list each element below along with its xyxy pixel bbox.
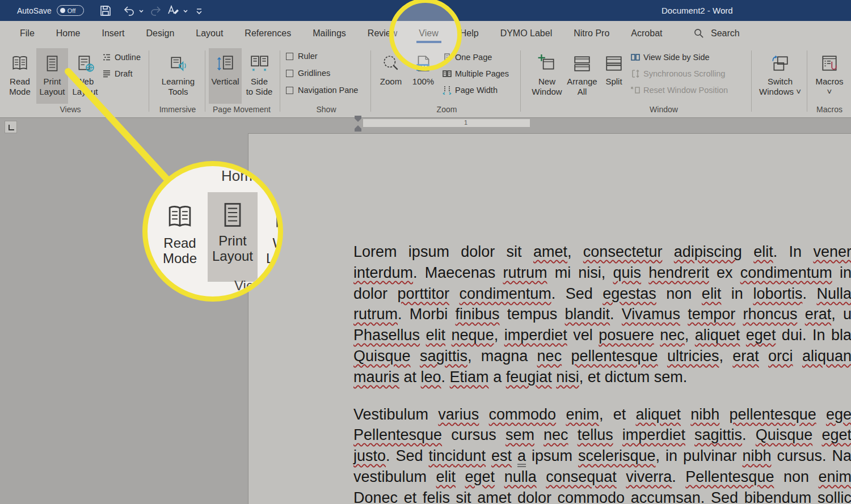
tab-design[interactable]: Design: [135, 21, 185, 45]
new-window-icon: [537, 50, 557, 77]
zoom-100-button[interactable]: 100 100%: [408, 48, 438, 104]
misspelled-word: neque: [452, 327, 494, 344]
undo-dropdown-icon[interactable]: [138, 4, 145, 18]
draft-button[interactable]: Draft: [102, 69, 132, 79]
tab-label: Layout: [196, 28, 223, 39]
misspelled-word: egestas: [603, 285, 656, 302]
horizontal-ruler[interactable]: 1: [363, 119, 530, 127]
view-side-by-side-icon: [631, 53, 640, 62]
indent-markers-icon[interactable]: [354, 115, 362, 134]
tab-acrobat[interactable]: Acrobat: [620, 21, 673, 45]
document-text[interactable]: Lorem ipsum dolor sit amet, consectetur …: [353, 242, 851, 504]
text-run: [685, 426, 694, 443]
magnified-print-layout-label: Print Layout: [212, 233, 253, 264]
tab-view[interactable]: View: [408, 21, 449, 45]
text-run: Lorem ipsum dolor sit: [353, 243, 533, 260]
tab-layout[interactable]: Layout: [185, 21, 234, 45]
read-mode-button[interactable]: Read Mode: [5, 48, 35, 104]
zoom-button[interactable]: Zoom: [376, 48, 406, 104]
misspelled-word: finibus: [455, 306, 499, 323]
tab-nitro-pro[interactable]: Nitro Pro: [563, 21, 620, 45]
text-line: Phasellus elit neque, imperdiet vel posu…: [353, 325, 851, 346]
tab-references[interactable]: References: [234, 21, 302, 45]
misspelled-word: accumsan: [631, 489, 701, 504]
side-to-side-button[interactable]: Side to Side: [243, 48, 276, 104]
ruler-checkbox[interactable]: Ruler: [286, 52, 318, 61]
text-run: [740, 327, 745, 344]
tab-label: Design: [146, 28, 174, 39]
misspelled-word: lobortis: [753, 285, 802, 302]
misspelled-word: vener: [813, 243, 851, 260]
text-line: mauris at leo. Etiam a feugiat nisi, et …: [353, 367, 851, 388]
search-box[interactable]: Search: [693, 21, 740, 45]
new-window-button[interactable]: New Window: [531, 48, 563, 104]
editor-pen-icon[interactable]: [167, 4, 180, 18]
tab-review[interactable]: Review: [357, 21, 408, 45]
outline-button[interactable]: Outline: [102, 52, 141, 62]
svg-text:100: 100: [419, 64, 428, 70]
misspelled-word: ege: [826, 406, 851, 423]
switch-windows-button[interactable]: Switch Windows ˅: [758, 48, 802, 104]
macros-button[interactable]: Macros ˅: [812, 48, 846, 104]
title-bar: AutoSave Off Document2 - Word: [0, 0, 851, 21]
learning-tools-button[interactable]: Learning Tools: [158, 48, 199, 104]
misspelled-word: amet: [533, 243, 567, 260]
tab-dymo-label[interactable]: DYMO Label: [490, 21, 563, 45]
misspelled-word: tincidunt: [429, 447, 486, 464]
text-run: [449, 285, 460, 302]
text-run: [735, 306, 743, 323]
group-divider: [807, 50, 807, 112]
tab-mailings[interactable]: Mailings: [302, 21, 357, 45]
tab-insert[interactable]: Insert: [91, 21, 135, 45]
text-run: .: [441, 369, 450, 386]
misspelled-word: tempor: [688, 306, 735, 323]
tab-label: Insert: [102, 28, 124, 39]
multiple-pages-button[interactable]: Multiple Pages: [443, 69, 509, 79]
misspelled-word: nec: [660, 327, 685, 344]
tab-label: Help: [460, 28, 479, 39]
vertical-button[interactable]: Vertical: [209, 48, 242, 104]
synchronous-scrolling-label: Synchronous Scrolling: [643, 69, 725, 78]
multiple-pages-icon: [443, 69, 452, 78]
text-line: rutrum. Morbi finibus tempus blandit. Vi…: [353, 304, 851, 325]
text-run: [662, 243, 673, 260]
print-layout-button[interactable]: Print Layout: [36, 48, 68, 104]
document-page[interactable]: Lorem ipsum dolor sit amet, consectetur …: [248, 133, 851, 504]
misspelled-word: orci: [768, 348, 793, 365]
tab-file[interactable]: File: [9, 21, 45, 45]
arrange-all-button[interactable]: Arrange All: [565, 48, 599, 104]
view-side-by-side-button[interactable]: View Side by Side: [631, 52, 710, 62]
split-button[interactable]: Split: [600, 48, 627, 104]
zoom-100-icon: 100: [414, 50, 433, 77]
immersive-group-label: Immersive: [152, 105, 203, 114]
group-divider: [205, 50, 205, 112]
text-run: , in pulvinar: [656, 447, 743, 464]
text-run: [681, 406, 690, 423]
read-mode-icon: [10, 50, 30, 77]
autosave-toggle[interactable]: Off: [57, 5, 84, 16]
web-layout-button[interactable]: Web Layout: [69, 48, 101, 104]
misspelled-word: leo: [421, 369, 441, 386]
text-run: cursus: [442, 426, 505, 443]
misspelled-word: sem: [505, 426, 534, 443]
undo-icon[interactable]: [123, 4, 136, 18]
one-page-button[interactable]: One Page: [443, 52, 492, 62]
tab-help[interactable]: Help: [449, 21, 490, 45]
editor-dropdown-icon[interactable]: [183, 4, 189, 18]
tab-home[interactable]: Home: [45, 21, 91, 45]
document-area: 1 Lorem ipsum dolor sit amet, consectetu…: [0, 118, 851, 504]
arrange-all-label: Arrange All: [567, 77, 597, 96]
misspelled-word: enim: [566, 406, 599, 423]
tab-stop-selector[interactable]: [5, 121, 17, 133]
outline-label: Outline: [115, 53, 141, 62]
navigation-pane-checkbox[interactable]: Navigation Pane: [286, 86, 358, 95]
page-width-icon: [443, 86, 452, 95]
save-icon[interactable]: [99, 4, 112, 18]
gridlines-checkbox[interactable]: Gridlines: [286, 69, 330, 78]
text-run: , et: [599, 406, 636, 423]
text-run: [759, 348, 768, 365]
customize-toolbar-icon[interactable]: [195, 4, 204, 18]
page-width-label: Page Width: [455, 86, 498, 95]
page-width-button[interactable]: Page Width: [443, 85, 498, 95]
misspelled-word: Quisque: [756, 426, 813, 443]
